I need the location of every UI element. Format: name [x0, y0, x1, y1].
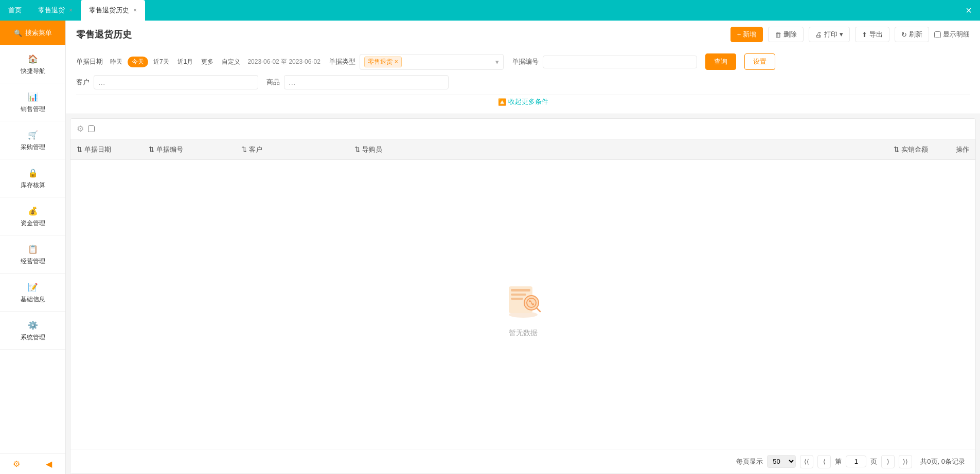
- setting-label: 设置: [753, 57, 767, 66]
- sidebar-bottom: ⚙ ◀: [0, 453, 65, 474]
- print-icon: 🖨: [815, 31, 822, 39]
- toolbar: + 新增 🗑 删除 🖨 打印 ▾ ⬆ 导出: [730, 27, 970, 42]
- shortcut-more[interactable]: 更多: [198, 57, 217, 67]
- shortcut-custom[interactable]: 自定义: [219, 57, 243, 67]
- doc-type-tag-close[interactable]: ×: [395, 58, 398, 65]
- date-filter-label: 单据日期: [76, 57, 103, 66]
- print-button[interactable]: 🖨 打印 ▾: [809, 27, 850, 42]
- system-icon: ⚙️: [27, 319, 39, 331]
- sort-icon-guide[interactable]: ⇅: [354, 145, 360, 153]
- sidebar-item-sales-mgmt[interactable]: 📊 销售管理: [0, 83, 65, 121]
- sort-icon-customer[interactable]: ⇅: [241, 145, 247, 153]
- customer-filter-group: 客户 ...: [76, 75, 258, 89]
- svg-point-8: [529, 300, 531, 302]
- display-detail-checkbox-label[interactable]: 显示明细: [934, 30, 970, 39]
- per-page-select[interactable]: 50 10 20 100: [767, 455, 796, 468]
- page-prev-btn[interactable]: ⟨: [817, 455, 831, 468]
- print-label: 打印 ▾: [824, 30, 843, 39]
- product-select[interactable]: ...: [284, 75, 449, 89]
- empty-illustration: [497, 271, 549, 322]
- date-shortcuts: 昨天 今天 近7天 近1月 更多 自定义: [107, 57, 243, 67]
- sidebar-search-label: 搜索菜单: [25, 28, 52, 38]
- refresh-icon: ↻: [901, 31, 907, 39]
- doc-type-tag-value: 零售退货: [368, 58, 393, 66]
- sidebar-item-basic-info[interactable]: 📝 基础信息: [0, 274, 65, 312]
- sidebar: 🔍 搜索菜单 🏠 快捷导航 📊 销售管理 🛒 采购管理 🔒 库存核算 💰 资金管…: [0, 21, 66, 474]
- sidebar-item-quick-nav-label: 快捷导航: [21, 67, 45, 76]
- th-date-label: 单据日期: [84, 145, 111, 154]
- th-customer-label: 客户: [249, 145, 262, 154]
- sort-icon-date[interactable]: ⇅: [77, 145, 82, 153]
- shortcut-today[interactable]: 今天: [128, 57, 148, 67]
- table-toolbar: ⚙: [70, 119, 975, 139]
- page-first-btn[interactable]: ⟨⟨: [800, 455, 813, 468]
- export-icon: ⬆: [862, 31, 867, 39]
- empty-text: 暂无数据: [509, 329, 538, 338]
- page-next-btn[interactable]: ⟩: [881, 455, 895, 468]
- sidebar-item-inventory[interactable]: 🔒 库存核算: [0, 159, 65, 197]
- shortcut-yesterday[interactable]: 昨天: [107, 57, 126, 67]
- setting-button[interactable]: 设置: [744, 53, 775, 70]
- sort-icon-order-no[interactable]: ⇅: [149, 145, 154, 153]
- sidebar-item-operation[interactable]: 📋 经营管理: [0, 235, 65, 274]
- add-button[interactable]: + 新增: [730, 27, 763, 42]
- sidebar-item-inventory-label: 库存核算: [21, 181, 45, 190]
- shortcut-7days[interactable]: 近7天: [150, 57, 172, 67]
- th-amount: ⇅ 实销金额: [431, 145, 934, 154]
- window-close-button[interactable]: ×: [966, 5, 980, 16]
- tab-retail-return[interactable]: 零售退货 ×: [30, 0, 81, 21]
- table-select-all-checkbox[interactable]: [88, 125, 95, 132]
- th-order-no: ⇅ 单据编号: [142, 145, 235, 154]
- sidebar-search[interactable]: 🔍 搜索菜单: [0, 21, 65, 45]
- delete-icon: 🗑: [775, 31, 781, 39]
- svg-rect-2: [511, 289, 530, 291]
- doc-type-select[interactable]: 零售退货 × ▾: [360, 54, 504, 70]
- sidebar-settings-btn[interactable]: ⚙: [0, 453, 33, 474]
- tab-retail-return-history-close[interactable]: ×: [133, 7, 137, 14]
- sidebar-item-finance[interactable]: 💰 资金管理: [0, 197, 65, 235]
- sidebar-item-purchase-mgmt-label: 采购管理: [21, 143, 45, 152]
- doc-no-filter-group: 单据编号: [512, 56, 697, 68]
- refresh-button[interactable]: ↻ 刷新: [895, 27, 929, 42]
- th-order-no-label: 单据编号: [156, 145, 183, 154]
- filter-row-1: 单据日期 昨天 今天 近7天 近1月 更多 自定义 2023-06-02 至 2…: [76, 53, 970, 70]
- sidebar-item-system-mgmt[interactable]: ⚙️ 系统管理: [0, 312, 65, 350]
- query-button[interactable]: 查询: [705, 53, 736, 70]
- tab-retail-return-label: 零售退货: [38, 6, 65, 15]
- display-detail-checkbox[interactable]: [934, 31, 941, 38]
- filter-row-2: 客户 ... 商品 ...: [76, 75, 970, 89]
- delete-button[interactable]: 🗑 删除: [768, 27, 804, 42]
- empty-state: 暂无数据: [70, 160, 975, 449]
- page-number-input[interactable]: [846, 455, 866, 467]
- sidebar-item-purchase-mgmt[interactable]: 🛒 采购管理: [0, 121, 65, 159]
- product-filter-group: 商品 ...: [266, 75, 449, 89]
- home-icon: 🏠: [27, 52, 39, 65]
- collapse-button[interactable]: 🔼 收起更多条件: [76, 95, 970, 108]
- doc-no-input[interactable]: [543, 56, 697, 68]
- settings-icon: ⚙: [13, 459, 20, 469]
- sidebar-item-finance-label: 资金管理: [21, 219, 45, 228]
- export-button[interactable]: ⬆ 导出: [855, 27, 889, 42]
- sidebar-collapse-btn[interactable]: ◀: [33, 453, 66, 474]
- customer-select[interactable]: ...: [94, 75, 258, 89]
- sidebar-item-operation-label: 经营管理: [21, 257, 45, 266]
- sort-icon-amount[interactable]: ⇅: [894, 145, 899, 153]
- tab-home[interactable]: 首页: [0, 0, 30, 21]
- table-settings-icon[interactable]: ⚙: [77, 124, 84, 134]
- sidebar-item-quick-nav[interactable]: 🏠 快捷导航: [0, 45, 65, 83]
- page-last-btn[interactable]: ⟩⟩: [899, 455, 912, 468]
- customer-filter-label: 客户: [76, 78, 90, 87]
- sidebar-item-system-mgmt-label: 系统管理: [21, 333, 45, 342]
- shortcut-1month[interactable]: 近1月: [174, 57, 197, 67]
- tab-retail-return-history[interactable]: 零售退货历史 ×: [81, 0, 145, 21]
- table-container: ⚙ ⇅ 单据日期 ⇅ 单据编号 ⇅ 客户 ⇅ 导购员: [70, 118, 976, 474]
- doc-type-filter-group: 单据类型 零售退货 × ▾: [329, 54, 504, 70]
- page-title-row: 零售退货历史 + 新增 🗑 删除 🖨 打印 ▾ ⬆: [76, 27, 970, 42]
- th-operation: 操作: [934, 145, 975, 154]
- basic-info-icon: 📝: [27, 281, 39, 293]
- export-label: 导出: [869, 30, 883, 39]
- tab-retail-return-close[interactable]: ×: [69, 7, 73, 14]
- inventory-icon: 🔒: [27, 167, 39, 179]
- tab-home-label: 首页: [8, 6, 22, 15]
- sidebar-item-basic-info-label: 基础信息: [21, 295, 45, 304]
